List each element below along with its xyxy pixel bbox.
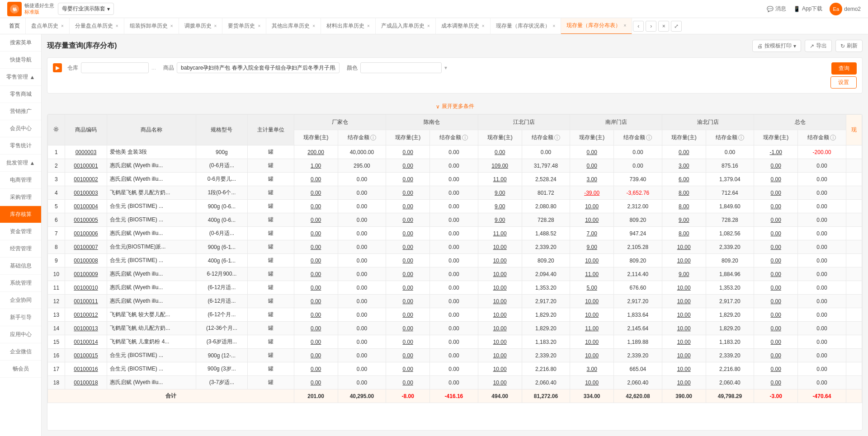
row-yubei-amount: 1,379.04 xyxy=(706,173,754,186)
tab-prev-btn[interactable]: ‹ xyxy=(633,21,644,32)
col-settings[interactable] xyxy=(48,115,65,145)
sidebar-item-retail-mall[interactable]: 零售商城 xyxy=(0,86,41,103)
row-total-qty: 0.00 xyxy=(754,376,798,389)
tab-fenpandian[interactable]: 分量盘点单历史 × xyxy=(70,18,124,34)
sidebar-item-retail-mgmt[interactable]: 零售管理 ▲ xyxy=(0,69,41,86)
tab-qita[interactable]: 其他出库单历史 × xyxy=(266,18,321,34)
close-icon[interactable]: × xyxy=(214,23,217,28)
row-nanan-qty: 11.00 xyxy=(570,267,614,281)
close-icon[interactable]: × xyxy=(116,23,118,28)
info-icon[interactable]: i xyxy=(738,135,744,141)
close-icon[interactable]: × xyxy=(61,23,64,28)
industry-select[interactable]: 母婴行业演示陈套 ▾ xyxy=(58,3,114,15)
tab-cailiao[interactable]: 材料出库单历史 × xyxy=(321,18,376,34)
tab-chengben[interactable]: 成本调整单历史 × xyxy=(436,18,491,34)
close-icon[interactable]: × xyxy=(258,23,260,28)
row-name: 飞鹤星飞帆 幼儿配方奶... xyxy=(107,322,196,335)
logo-text: 畅捷通好生意 标准版 xyxy=(24,3,54,14)
row-yubei-qty: 3.00 xyxy=(662,159,706,173)
logo-icon: 畅 xyxy=(7,2,22,16)
settings-button[interactable]: 设置 xyxy=(830,76,857,89)
tab-chancheng[interactable]: 产成品入库单历史 × xyxy=(376,18,436,34)
tab-next-btn[interactable]: › xyxy=(646,21,656,32)
summary-yubei-qty: 390.00 xyxy=(662,389,706,403)
info-icon[interactable]: i xyxy=(830,135,836,141)
row-factory-qty: 200.00 xyxy=(294,145,338,159)
tab-diaoBo[interactable]: 调拨单历史 × xyxy=(179,18,223,34)
row-jiangbei-qty: 11.00 xyxy=(478,227,522,240)
tab-close-all-btn[interactable]: × xyxy=(658,21,669,32)
close-icon[interactable]: × xyxy=(623,23,626,28)
close-icon[interactable]: × xyxy=(170,23,173,28)
sidebar-item-nav[interactable]: 快捷导航 xyxy=(0,52,41,69)
row-nanan-amount: 1,833.64 xyxy=(614,308,662,322)
expand-more-btn[interactable]: ∨ 展开更多条件 xyxy=(47,103,863,110)
close-icon[interactable]: × xyxy=(482,23,485,28)
query-button[interactable]: 查询 xyxy=(831,62,857,75)
sidebar-item-marketing[interactable]: 营销推广 xyxy=(0,103,41,120)
row-name: 惠氏启赋 (Wyeth illu... xyxy=(107,159,196,173)
sidebar-item-finance[interactable]: 资金管理 xyxy=(0,223,41,240)
row-nanan-amount: 2,060.40 xyxy=(614,376,662,389)
row-chennan-amount: 0.00 xyxy=(430,295,478,308)
sidebar-item-apps[interactable]: 应用中心 xyxy=(0,326,41,343)
tab-yaohuo[interactable]: 要货单历史 × xyxy=(222,18,266,34)
sidebar-item-wholesale[interactable]: 批发管理 ▲ xyxy=(0,155,41,172)
row-total-qty: 0.00 xyxy=(754,281,798,295)
filter-btns: 查询 设置 xyxy=(830,62,857,89)
sidebar-item-ecommerce[interactable]: 电商管理 xyxy=(0,172,41,189)
chevron-icon: ▲ xyxy=(30,160,35,166)
close-icon[interactable]: × xyxy=(312,23,315,28)
tab-inventory-status[interactable]: 现存量（库存状况表） × xyxy=(491,18,561,34)
sidebar-item-system[interactable]: 系统管理 xyxy=(0,275,41,292)
print-btn[interactable]: 🖨 按模板打印 ▾ xyxy=(752,40,801,52)
table-row: 5 00100004 合生元 (BIOSTIME) ... 900g (0-6.… xyxy=(48,200,862,213)
product-input[interactable] xyxy=(177,62,340,73)
sidebar-item-member[interactable]: 会员中心 xyxy=(0,120,41,137)
row-code: 00100013 xyxy=(65,322,107,335)
sidebar-item-members[interactable]: 畅会员 xyxy=(0,361,41,378)
sidebar-item-operations[interactable]: 经营管理 xyxy=(0,240,41,258)
sidebar-item-inventory[interactable]: 库存核算 xyxy=(0,206,41,223)
tab-home[interactable]: 首页 xyxy=(4,18,26,34)
row-total-qty: 0.00 xyxy=(754,159,798,173)
app-download-btn[interactable]: 📱 App下载 xyxy=(793,5,822,13)
tab-inventory-dist[interactable]: 现存量（库存分布表） × xyxy=(561,18,632,34)
filter-expand-btn[interactable]: ▶ xyxy=(53,63,62,72)
warehouse-input[interactable] xyxy=(81,62,149,73)
tab-maximize-btn[interactable]: ⤢ xyxy=(671,21,682,32)
sidebar-item-search[interactable]: 搜索英单 xyxy=(0,34,41,52)
message-btn[interactable]: 💬 消息 xyxy=(767,5,786,13)
row-index: 2 xyxy=(48,159,65,173)
color-input[interactable] xyxy=(360,62,442,73)
info-icon[interactable]: i xyxy=(554,135,560,141)
row-unit: 罐 xyxy=(248,186,294,200)
tab-pandian[interactable]: 盘点单历史 × xyxy=(26,18,70,34)
row-current xyxy=(846,240,862,254)
row-nanan-qty: 3.00 xyxy=(570,362,614,376)
user-profile[interactable]: Ea demo2 xyxy=(830,3,861,15)
refresh-btn[interactable]: ↻ 刷新 xyxy=(835,40,863,52)
sidebar-item-wechat[interactable]: 企业微信 xyxy=(0,343,41,361)
sidebar-item-purchase[interactable]: 采购管理 xyxy=(0,189,41,206)
row-total-qty: -1.00 xyxy=(754,145,798,159)
row-chennan-qty: 0.00 xyxy=(386,322,430,335)
info-icon[interactable]: i xyxy=(370,135,376,141)
close-icon[interactable]: × xyxy=(367,23,370,28)
close-icon[interactable]: × xyxy=(427,23,430,28)
row-current xyxy=(846,186,862,200)
sidebar-item-guide[interactable]: 新手引导 xyxy=(0,309,41,326)
info-icon[interactable]: i xyxy=(646,135,652,141)
info-icon[interactable]: i xyxy=(462,135,468,141)
sidebar-item-enterprise[interactable]: 企业协同 xyxy=(0,292,41,309)
export-btn[interactable]: ↗ 导出 xyxy=(805,40,832,52)
close-icon[interactable]: × xyxy=(553,23,556,28)
sidebar-item-retail-stats[interactable]: 零售统计 xyxy=(0,137,41,155)
row-code: 00100002 xyxy=(65,173,107,186)
sidebar-item-basic-info[interactable]: 基础信息 xyxy=(0,258,41,275)
row-nanan-amount: 739.40 xyxy=(614,173,662,186)
table-row: 17 00100016 合生元 (BIOSTIME) ... 900g (3岁.… xyxy=(48,362,862,376)
row-name: 合生元 (BIOSTIME) ... xyxy=(107,200,196,213)
tab-zuchai[interactable]: 组装拆卸单历史 × xyxy=(124,18,179,34)
row-yubei-amount: 712.64 xyxy=(706,186,754,200)
